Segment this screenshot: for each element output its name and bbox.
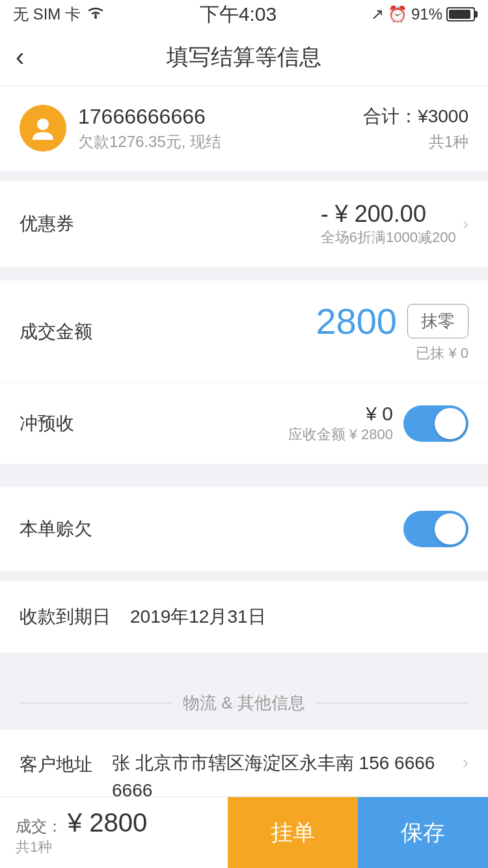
- duedate-value: 2019年12月31日: [130, 604, 266, 629]
- toggle-knob: [435, 408, 466, 439]
- customer-phone: 17666666666: [78, 105, 221, 129]
- amount-row: 成交金额 2800 抹零 已抹 ¥ 0: [0, 280, 488, 383]
- logistics-line-left: [20, 703, 172, 703]
- wifi-icon: [86, 5, 105, 23]
- main-content: 17666666666 欠款1276.35元, 现结 合计：¥3000 共1种 …: [0, 86, 488, 868]
- coupon-row[interactable]: 优惠券 - ¥ 200.00 全场6折满1000减200 ›: [0, 181, 488, 267]
- page-title: 填写结算等信息: [167, 42, 321, 72]
- round-button[interactable]: 抹零: [407, 304, 468, 338]
- status-bar: 无 SIM 卡 下午4:03 ↗ ⏰ 91%: [0, 0, 488, 29]
- duedate-section: 收款到期日 2019年12月31日: [0, 581, 488, 653]
- svg-point-1: [37, 118, 49, 130]
- amount-right-group: 2800 抹零 已抹 ¥ 0: [316, 300, 468, 363]
- coupon-discount: - ¥ 200.00: [321, 200, 456, 228]
- logistics-line-right: [316, 703, 468, 703]
- prepay-sub: 应收金额 ¥ 2800: [288, 425, 393, 444]
- bottom-bar: 成交： ¥ 2800 共1种 挂单 保存: [0, 796, 488, 868]
- bottom-prefix: 成交：: [16, 817, 62, 835]
- debt-label: 本单赊欠: [20, 517, 92, 541]
- logistics-title: 物流 & 其他信息: [183, 692, 305, 714]
- address-label: 客户地址: [20, 750, 92, 777]
- address-chevron-icon: ›: [463, 750, 468, 773]
- prepay-row: 冲预收 ¥ 0 应收金额 ¥ 2800: [0, 383, 488, 464]
- status-right: ↗ ⏰ 91%: [371, 5, 475, 23]
- chevron-right-icon: ›: [463, 213, 468, 234]
- bottom-count: 共1种: [16, 837, 212, 857]
- coupon-right: - ¥ 200.00 全场6折满1000减200 ›: [321, 200, 468, 247]
- debt-row: 本单赊欠: [0, 487, 488, 571]
- save-button[interactable]: 保存: [358, 797, 488, 868]
- divider-3: [0, 663, 488, 676]
- amount-value: 2800: [316, 300, 397, 342]
- amount-right: 2800 抹零: [316, 300, 468, 342]
- customer-card: 17666666666 欠款1276.35元, 现结 合计：¥3000 共1种: [0, 86, 488, 170]
- bottom-summary: 成交： ¥ 2800 共1种: [0, 797, 228, 868]
- status-left: 无 SIM 卡: [13, 4, 105, 25]
- total-amount: 合计：¥3000: [363, 104, 468, 129]
- duedate-label: 收款到期日: [20, 604, 111, 629]
- debt-toggle[interactable]: [403, 511, 468, 547]
- amount-sub: 已抹 ¥ 0: [316, 344, 468, 363]
- bottom-label-row: 成交： ¥ 2800: [16, 808, 212, 837]
- duedate-row: 收款到期日 2019年12月31日: [0, 581, 488, 653]
- amount-label: 成交金额: [20, 319, 92, 344]
- logistics-header: 物流 & 其他信息: [0, 676, 488, 730]
- location-icon: ↗: [371, 5, 384, 23]
- prepay-toggle[interactable]: [403, 405, 468, 442]
- status-time: 下午4:03: [200, 1, 277, 28]
- coupon-values: - ¥ 200.00 全场6折满1000减200: [321, 200, 456, 247]
- bottom-amount: ¥ 2800: [68, 808, 147, 837]
- avatar: [20, 105, 66, 152]
- customer-info: 17666666666 欠款1276.35元, 现结: [78, 105, 221, 152]
- customer-left: 17666666666 欠款1276.35元, 现结: [20, 105, 221, 152]
- battery-percent: 91%: [411, 5, 442, 23]
- svg-point-0: [94, 16, 97, 19]
- coupon-sub: 全场6折满1000减200: [321, 228, 456, 247]
- pending-button[interactable]: 挂单: [228, 797, 358, 868]
- back-button[interactable]: ‹: [16, 42, 24, 72]
- debt-section: 本单赊欠: [0, 487, 488, 571]
- prepay-right: ¥ 0 应收金额 ¥ 2800: [288, 403, 468, 444]
- carrier-text: 无 SIM 卡: [13, 4, 81, 25]
- battery-icon: [446, 7, 475, 21]
- divider-2: [0, 474, 488, 487]
- nav-bar: ‹ 填写结算等信息: [0, 29, 488, 86]
- alarm-icon: ⏰: [388, 5, 407, 23]
- customer-right: 合计：¥3000 共1种: [363, 104, 468, 152]
- customer-sub: 欠款1276.35元, 现结: [78, 131, 221, 152]
- coupon-label: 优惠券: [20, 211, 74, 236]
- prepay-amount: ¥ 0 应收金额 ¥ 2800: [288, 403, 393, 444]
- prepay-label: 冲预收: [20, 411, 74, 436]
- debt-toggle-knob: [435, 513, 466, 545]
- divider-1: [0, 267, 488, 280]
- amount-section: 成交金额 2800 抹零 已抹 ¥ 0 冲预收 ¥ 0 应收金额 ¥ 2800: [0, 280, 488, 464]
- prepay-value: ¥ 0: [288, 403, 393, 425]
- total-count: 共1种: [363, 131, 468, 152]
